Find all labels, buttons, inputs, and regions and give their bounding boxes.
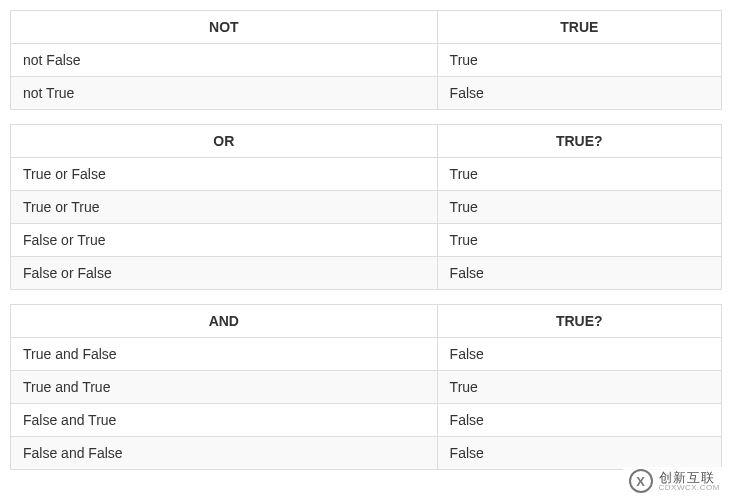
cell-result: True — [437, 158, 721, 191]
cell-result: False — [437, 404, 721, 437]
not-table: NOT TRUE not False True not True False — [10, 10, 722, 110]
cell-expr: True or False — [11, 158, 438, 191]
table-row: not True False — [11, 77, 722, 110]
watermark: X 创新互联 CDXWCX.COM — [623, 467, 726, 494]
cell-result: True — [437, 191, 721, 224]
cell-result: True — [437, 371, 721, 404]
table-row: True and True True — [11, 371, 722, 404]
watermark-main: 创新互联 — [659, 471, 720, 484]
cell-result: False — [437, 338, 721, 371]
cell-expr: True and True — [11, 371, 438, 404]
cell-expr: True or True — [11, 191, 438, 224]
table-row: True and False False — [11, 338, 722, 371]
cell-expr: False or True — [11, 224, 438, 257]
cell-result: True — [437, 44, 721, 77]
table-row: not False True — [11, 44, 722, 77]
watermark-sub: CDXWCX.COM — [659, 484, 720, 492]
table-row: False or False False — [11, 257, 722, 290]
table-row: False and False False — [11, 437, 722, 470]
cell-result: False — [437, 77, 721, 110]
cell-expr: not False — [11, 44, 438, 77]
table-row: False and True False — [11, 404, 722, 437]
table-row: True or True True — [11, 191, 722, 224]
not-header-op: NOT — [11, 11, 438, 44]
and-header-result: TRUE? — [437, 305, 721, 338]
cell-expr: False and False — [11, 437, 438, 470]
table-row: True or False True — [11, 158, 722, 191]
cell-expr: False and True — [11, 404, 438, 437]
cell-expr: False or False — [11, 257, 438, 290]
watermark-logo-icon: X — [629, 469, 653, 493]
cell-result: False — [437, 257, 721, 290]
or-header-result: TRUE? — [437, 125, 721, 158]
and-header-op: AND — [11, 305, 438, 338]
cell-expr: not True — [11, 77, 438, 110]
table-row: False or True True — [11, 224, 722, 257]
or-header-op: OR — [11, 125, 438, 158]
cell-result: False — [437, 437, 721, 470]
cell-expr: True and False — [11, 338, 438, 371]
not-header-result: TRUE — [437, 11, 721, 44]
or-table: OR TRUE? True or False True True or True… — [10, 124, 722, 290]
cell-result: True — [437, 224, 721, 257]
and-table: AND TRUE? True and False False True and … — [10, 304, 722, 470]
